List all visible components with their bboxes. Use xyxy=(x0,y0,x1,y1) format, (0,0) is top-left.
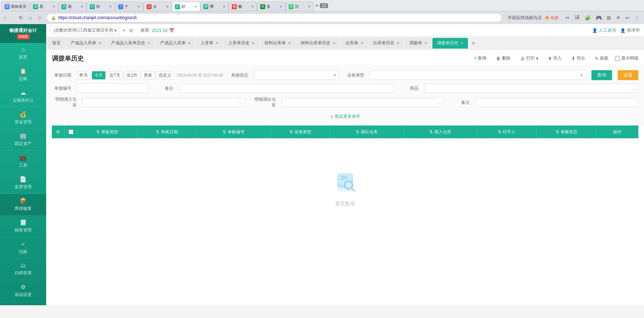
forward-button[interactable]: › xyxy=(10,14,15,21)
th-from[interactable]: ⇅ 调出仓库 xyxy=(330,125,404,138)
sidebar-item-funds[interactable]: 💰 资金管理 xyxy=(0,107,46,129)
th-type[interactable]: ⇅ 单账类型 xyxy=(77,125,137,138)
tab-close-2[interactable]: ✕ xyxy=(147,41,150,45)
company-settings-button[interactable]: ⚙ xyxy=(129,28,133,33)
extension-button[interactable]: 🧩 xyxy=(583,14,592,21)
tab-product-inbound-history[interactable]: 产成品入库单历史 ✕ xyxy=(107,38,155,49)
display-detail-toggle[interactable]: 显示明细 xyxy=(615,55,638,61)
sidebar-item-archive[interactable]: 🗂 归档管理 xyxy=(0,259,46,280)
date-btn-more[interactable]: 更多 xyxy=(141,71,155,79)
sidebar-item-invoice[interactable]: 📄 发票管理 xyxy=(0,172,46,194)
browser-tab-5[interactable]: 个 个 ✕ xyxy=(115,2,143,11)
browser-tab-2[interactable]: 易 易 ✕ xyxy=(30,2,58,11)
tab-inbound[interactable]: 入库单 ✕ xyxy=(196,38,223,49)
date-btn-yesterday[interactable]: 昨天 xyxy=(77,71,91,79)
back-button[interactable]: ‹ xyxy=(3,14,7,21)
sidebar-item-assets[interactable]: 🏢 固定资产 xyxy=(0,129,46,151)
browser-tab-9[interactable]: 畅 畅 ✕ xyxy=(229,2,257,11)
tab-material-outbound[interactable]: 材料出库单 ✕ xyxy=(260,38,295,49)
goods-filter-select[interactable]: … xyxy=(424,84,639,93)
tab-material-outbound-history[interactable]: 材料出库单历史 ✕ xyxy=(296,38,340,49)
close-all-tabs-button[interactable]: ✕ xyxy=(470,40,477,47)
collapse-filters-button[interactable]: ∧ 收起更多条件 xyxy=(52,112,638,121)
biz-type-filter-select[interactable]: ▾ xyxy=(370,71,586,80)
translate-button[interactable]: 译 xyxy=(573,14,581,22)
status-filter-select[interactable]: ▾ xyxy=(254,71,339,80)
tab-close-9[interactable]: ✕ xyxy=(397,41,399,45)
bookmark-button[interactable]: ☆ xyxy=(36,14,44,21)
query-button[interactable]: 查询 xyxy=(591,70,612,80)
th-biz[interactable]: ⇅ 业务类型 xyxy=(271,125,331,138)
browser-tab-6[interactable]: 企 企 ✕ xyxy=(143,2,172,11)
sidebar-item-home[interactable]: ⌂ 首页 xyxy=(0,43,46,64)
tab-home[interactable]: 首页 xyxy=(48,38,65,49)
browser-tab-10[interactable]: 各 各 ✕ xyxy=(257,2,285,11)
sidebar-item-payroll[interactable]: 💼 工资 xyxy=(0,151,46,172)
tab-product-inbound[interactable]: 产成品入库单 ✕ xyxy=(66,38,106,49)
undo-button[interactable]: ↩ xyxy=(624,14,631,21)
menu-button[interactable]: ⋮ xyxy=(633,14,641,21)
tab-close-11[interactable]: ✕ xyxy=(460,41,463,45)
tab-product-inbound-2[interactable]: 产成品入库单 ✕ xyxy=(155,38,195,49)
delete-button[interactable]: 🗑 删除 xyxy=(493,54,514,63)
num-filter-input[interactable] xyxy=(77,84,148,93)
tab-transfer[interactable]: 调拨单 ✕ xyxy=(405,38,432,49)
tab-close-10[interactable]: ✕ xyxy=(424,41,427,45)
sidebar-item-ledger[interactable]: 📋 总账 xyxy=(0,64,46,86)
settings-button[interactable]: 设置 xyxy=(618,70,638,80)
tab-close-4[interactable]: ✕ xyxy=(215,41,218,45)
tab-transfer-history[interactable]: 调拨单历史 ✕ xyxy=(432,38,468,49)
date-btn-custom[interactable]: 自定义 xyxy=(156,71,174,79)
browser-tab-8[interactable]: 腾 腾 ✕ xyxy=(200,2,229,11)
new-button[interactable]: + 新增 xyxy=(471,54,490,63)
sidebar-item-close[interactable]: ✓ 结账 xyxy=(0,237,46,259)
import-button[interactable]: ⬆ 导入 xyxy=(545,54,565,63)
game-button[interactable]: 🎮 xyxy=(594,14,603,21)
browser-tab-4[interactable]: 好 好 ✕ xyxy=(87,2,115,11)
print-button[interactable]: 🖨 打印 ▾ xyxy=(517,54,542,63)
th-num[interactable]: ⇅ 单账编号 xyxy=(197,125,271,138)
sidebar-item-settings[interactable]: ⚙ 基础设置 xyxy=(0,280,46,302)
tab-close-6[interactable]: ✕ xyxy=(288,41,291,45)
sidebar-item-guide[interactable]: 🎯 新手引导 xyxy=(0,302,46,305)
th-gear[interactable]: ⚙ xyxy=(52,125,65,138)
sidebar-item-inventory[interactable]: 📦 库存核算 xyxy=(0,194,46,216)
grid-button[interactable]: ⊞ xyxy=(605,14,612,21)
theme-button[interactable]: ☀ xyxy=(615,14,622,21)
tab-outbound[interactable]: 出库单 ✕ xyxy=(341,38,368,49)
scissors-button[interactable]: ✂ xyxy=(564,14,571,21)
to-warehouse-select[interactable]: … xyxy=(282,98,444,107)
url-bar[interactable]: 🔒 https://cloud.chanjet.com/accounting/u… xyxy=(47,13,502,22)
tab-outbound-history[interactable]: 出库单历史 ✕ xyxy=(369,38,404,49)
export-button[interactable]: ⬇ 导出 xyxy=(568,54,589,63)
add-company-button[interactable]: + xyxy=(122,27,126,34)
th-checkbox[interactable] xyxy=(65,125,77,138)
date-btn-7days[interactable]: 近7天 xyxy=(107,71,123,79)
new-tab-button[interactable]: + xyxy=(314,1,320,10)
company-selector[interactable]: (勿删勿禁用) 江西服宝测试专用 ▾ xyxy=(50,26,120,34)
refresh-toolbar-button[interactable]: ↻ 刷新 xyxy=(591,54,612,63)
tab-close-5[interactable]: ✕ xyxy=(252,41,255,45)
browser-tab-3[interactable]: 易 易 ✕ xyxy=(58,2,87,11)
th-status[interactable]: ⇅ 单账状态 xyxy=(537,125,597,138)
tab-close-3[interactable]: ✕ xyxy=(188,41,191,45)
browser-tab-1[interactable]: 新 新标签页 xyxy=(1,2,30,11)
display-detail-checkbox[interactable] xyxy=(615,56,620,61)
period-value[interactable]: 2021-10 📅 xyxy=(152,28,174,33)
th-to[interactable]: ⇅ 调入仓库 xyxy=(404,125,477,138)
date-btn-1month[interactable]: 近1月 xyxy=(124,71,140,79)
tab-close-8[interactable]: ✕ xyxy=(360,41,363,45)
th-handler[interactable]: ⇅ 经手人 xyxy=(477,125,537,138)
date-btn-today[interactable]: 今天 xyxy=(92,71,105,79)
tab-close-7[interactable]: ✕ xyxy=(333,41,335,45)
user-info-btn[interactable]: 👤 徐泽华 xyxy=(620,27,640,33)
remark-filter-input[interactable] xyxy=(179,84,393,93)
user-service-btn[interactable]: 👤 人工咨询 xyxy=(592,27,616,33)
from-warehouse-select[interactable]: … xyxy=(82,98,245,107)
browser-tab-7[interactable]: 好 好 ✕ xyxy=(172,2,200,11)
tab-inbound-history[interactable]: 入库单历史 ✕ xyxy=(224,38,259,49)
refresh-button[interactable]: ↻ xyxy=(17,14,24,21)
sidebar-item-reports[interactable]: ☁ 云报表中心 xyxy=(0,86,46,107)
th-date[interactable]: ⇅ 单账日期 xyxy=(137,125,197,138)
browser-tab-11[interactable]: 目 目 ✕ xyxy=(285,2,314,11)
